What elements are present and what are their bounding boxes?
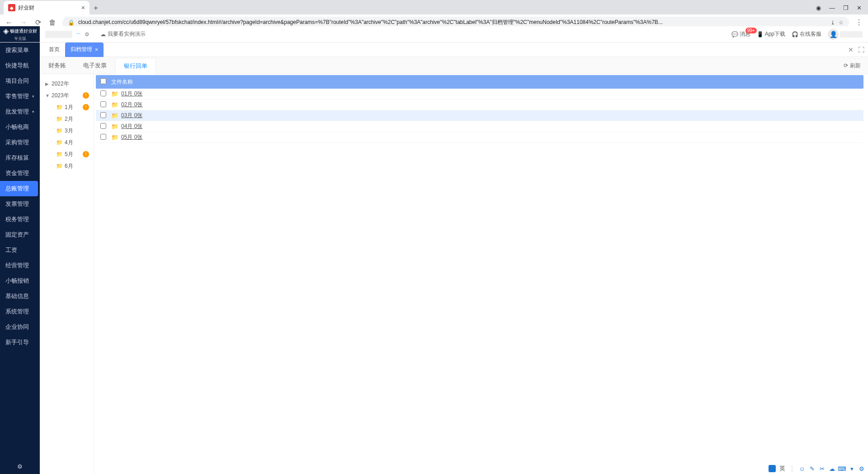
sidebar-item-11[interactable]: 税务管理 [0, 212, 40, 227]
sidebar-item-6[interactable]: 采购管理 [0, 135, 40, 150]
tree-month-4[interactable]: 📁 5月! [40, 148, 94, 160]
sidebar-item-15[interactable]: 小畅报销 [0, 273, 40, 289]
row-checkbox[interactable] [100, 134, 106, 140]
file-link[interactable]: 01月 0张 [121, 90, 142, 98]
sidebar-item-18[interactable]: 企业协同 [0, 319, 40, 335]
close-icon[interactable]: × [95, 47, 98, 53]
sidebar-item-14[interactable]: 经营管理 [0, 258, 40, 273]
table-row[interactable]: 📁04月 0张 [96, 121, 863, 132]
sidebar-settings-icon[interactable]: ⚙ [0, 459, 40, 474]
folder-icon: 📁 [111, 123, 118, 130]
gear-icon[interactable]: ⚙ [85, 31, 90, 38]
sidebar-item-4[interactable]: 批发管理▾ [0, 104, 40, 119]
folder-icon: 📁 [56, 116, 63, 122]
sidebar-item-8[interactable]: 资金管理 [0, 166, 40, 181]
sidebar-item-13[interactable]: 工资 [0, 242, 40, 258]
sidebar-item-9[interactable]: 总账管理 [0, 181, 38, 196]
star-icon[interactable]: ☆ [839, 19, 844, 26]
table-row[interactable]: 📁03月 0张 [96, 110, 863, 121]
sidebar-item-label: 系统管理 [5, 308, 29, 316]
ime-keyboard-icon[interactable]: ⌨ [838, 465, 845, 472]
tree-month-2[interactable]: 📁 3月 [40, 125, 94, 137]
service-button[interactable]: 🎧 在线客服 [792, 30, 821, 38]
lock-icon: 🔒 [68, 19, 75, 26]
back-icon[interactable]: ← [5, 19, 14, 27]
file-link[interactable]: 05月 0张 [121, 133, 142, 141]
tree-month-5[interactable]: 📁 6月 [40, 160, 94, 172]
ime-emoji-icon[interactable]: ☺ [798, 465, 806, 472]
sidebar-item-5[interactable]: 小畅电商 [0, 119, 40, 135]
maximize-icon[interactable]: ❐ [843, 5, 849, 11]
ime-main[interactable]: 王 [769, 465, 776, 472]
column-filename: 文件名称 [111, 78, 133, 86]
file-link[interactable]: 03月 0张 [121, 112, 142, 119]
row-checkbox[interactable] [100, 101, 106, 107]
refresh-button[interactable]: ⟳ 刷新 [844, 57, 861, 74]
tree-year-label: 2022年 [52, 80, 69, 88]
sidebar-item-16[interactable]: 基础信息 [0, 289, 40, 304]
browser-tab[interactable]: ◈ 好业财 × [4, 1, 90, 14]
row-checkbox[interactable] [100, 123, 106, 129]
tree-year-0[interactable]: ▶2022年 [40, 78, 94, 90]
sidebar-item-label: 搜索菜单 [5, 46, 29, 54]
tree-month-0[interactable]: 📁 1月! [40, 101, 94, 113]
table-row[interactable]: 📁02月 0张 [96, 100, 863, 110]
tree-month-1[interactable]: 📁 2月 [40, 113, 94, 125]
fullscreen-icon[interactable]: ⛶ [858, 46, 864, 53]
ime-lang[interactable]: 英 [778, 465, 786, 472]
select-all-checkbox[interactable] [100, 78, 106, 84]
sidebar-item-label: 快捷导航 [5, 62, 29, 70]
sidebar-item-label: 小畅电商 [5, 123, 29, 131]
close-window-icon[interactable]: ✕ [857, 5, 862, 11]
close-all-icon[interactable]: ✕ [848, 46, 854, 53]
sidebar-item-2[interactable]: 项目合同 [0, 73, 40, 89]
app-download-button[interactable]: 📱 App下载 [757, 30, 785, 38]
file-link[interactable]: 02月 0张 [121, 101, 142, 109]
menu-icon[interactable]: ⋮ [854, 18, 863, 27]
org-selector[interactable]: ﹀ ⚙ [40, 31, 95, 38]
phone-icon: 📱 [757, 31, 764, 38]
trash-icon[interactable]: 🗑 [48, 19, 57, 27]
account-icon[interactable]: ◉ [816, 5, 821, 11]
sidebar-item-3[interactable]: 零售管理▾ [0, 89, 40, 104]
tree-month-3[interactable]: 📁 4月 [40, 137, 94, 148]
sidebar-item-19[interactable]: 新手引导 [0, 335, 40, 350]
forward-icon[interactable]: → [19, 19, 28, 27]
install-icon[interactable]: ⤓ [830, 19, 835, 26]
reload-icon[interactable]: ⟳ [33, 18, 42, 27]
ime-down-icon[interactable]: ▾ [848, 465, 855, 472]
sidebar-item-label: 税务管理 [5, 215, 29, 223]
sub-tab-2[interactable]: 银行回单 [115, 58, 156, 74]
alert-badge-icon: ! [83, 92, 89, 99]
page-tabs-controls: ✕ ⛶ [848, 46, 864, 53]
sidebar-item-17[interactable]: 系统管理 [0, 304, 40, 319]
row-checkbox[interactable] [100, 112, 106, 118]
sidebar-item-0[interactable]: 搜索菜单 [0, 43, 40, 58]
page-tab-1[interactable]: 归档管理× [65, 43, 104, 57]
ime-scissors-icon[interactable]: ✂ [818, 465, 826, 472]
ime-cloud-icon[interactable]: ☁ [828, 465, 835, 472]
ime-edit-icon[interactable]: ✎ [808, 465, 816, 472]
sidebar-item-label: 零售管理 [5, 92, 29, 100]
ime-gear-icon[interactable]: ⚙ [858, 465, 865, 472]
sub-tab-1[interactable]: 电子发票 [75, 57, 115, 74]
sidebar-item-10[interactable]: 发票管理 [0, 196, 40, 212]
file-link[interactable]: 04月 0张 [121, 123, 142, 130]
sidebar-item-7[interactable]: 库存核算 [0, 150, 40, 166]
sidebar-item-1[interactable]: 快捷导航 [0, 58, 40, 73]
tab-title: 好业财 [18, 4, 79, 12]
row-checkbox[interactable] [100, 90, 106, 96]
sidebar-item-label: 库存核算 [5, 154, 29, 162]
demo-link[interactable]: ☁ 我要看实例演示 [100, 30, 146, 38]
tree-year-1[interactable]: ▼2023年! [40, 90, 94, 101]
new-tab-button[interactable]: + [90, 2, 102, 14]
minimize-icon[interactable]: — [829, 5, 835, 11]
table-row[interactable]: 📁05月 0张 [96, 132, 863, 143]
sidebar-item-12[interactable]: 固定资产 [0, 227, 40, 242]
page-tab-0[interactable]: 首页 [43, 43, 65, 57]
table-row[interactable]: 📁01月 0张 [96, 89, 863, 100]
sub-tab-0[interactable]: 财务账 [40, 57, 75, 74]
user-menu[interactable]: 👤 [828, 29, 863, 40]
close-icon[interactable]: × [81, 4, 85, 11]
messages-button[interactable]: 💬 消息 99+ [731, 30, 750, 38]
